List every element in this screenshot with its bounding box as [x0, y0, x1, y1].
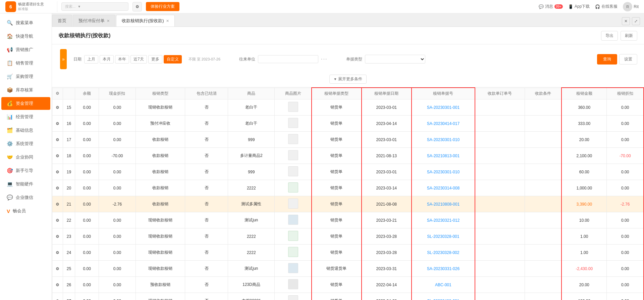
cash-discount-cell: 0.00 [99, 245, 136, 261]
th-nuclear-bill-date: 核销单据日期 [362, 88, 412, 99]
gear-cell[interactable]: ⚙ [52, 196, 63, 212]
sidebar-label-sales: 销售管理 [16, 60, 33, 66]
top-bar-right: 💬 消息 99+ 📱 App下载 🎧 在线客服 R Rit [539, 2, 639, 11]
product-cell: 老白干 [228, 116, 275, 132]
nuclear-bill-date-cell: 2023-03-01 [362, 164, 412, 180]
nuclear-bill-link[interactable]: SA-20230301-010 [427, 170, 460, 174]
refresh-button[interactable]: 刷新 [621, 31, 637, 41]
tab-home[interactable]: 首页 [52, 15, 72, 27]
collection-order-cell [475, 261, 525, 277]
export-button[interactable]: 导出 [601, 31, 618, 41]
gear-cell[interactable]: ⚙ [52, 148, 63, 164]
tab-prepay[interactable]: 预付冲应付单 ✕ [73, 15, 115, 27]
sidebar-item-purchase[interactable]: 🛒 采购管理 [1, 70, 50, 83]
nuclear-bill-link[interactable]: SA-20210813-001 [427, 154, 460, 158]
nuclear-bill-type-cell: 销货单 [312, 245, 362, 261]
sidebar-label-hardware: 智能硬件 [16, 181, 33, 187]
filter-row: » 日期 上月 本月 本年 近7天 更多 自定义 [59, 48, 637, 71]
nuclear-bill-link[interactable]: SA-20230314-008 [427, 186, 460, 190]
nuclear-bill-type-cell: 销货单 [312, 99, 362, 116]
gear-cell[interactable]: ⚙ [52, 132, 63, 148]
sidebar-item-nav[interactable]: 🏠 快捷导航 [1, 30, 50, 43]
date-btn-this-year[interactable]: 本年 [115, 55, 129, 63]
expand-conditions-btn[interactable]: ▼ 展开更多条件 [329, 75, 367, 84]
sidebar-item-vip[interactable]: V 畅会员 [1, 205, 50, 217]
sidebar-item-basic[interactable]: 🗂️ 基础信息 [1, 124, 50, 137]
messages-btn[interactable]: 💬 消息 99+ [539, 4, 563, 9]
online-service-btn[interactable]: 🎧 在线客服 [595, 4, 618, 9]
nuclear-bill-date-cell: 2023-04-14 [362, 116, 412, 132]
nuclear-bill-link[interactable]: SA-20230331-026 [427, 266, 460, 271]
sidebar-item-finance[interactable]: 💰 资金管理 [1, 97, 50, 110]
gear-cell[interactable]: ⚙ [52, 293, 63, 300]
tab-nuclear-close[interactable]: ✕ [166, 19, 169, 23]
product-image [288, 279, 298, 289]
date-btn-prev-month[interactable]: 上月 [84, 55, 98, 63]
product-cell: 123D商品 [228, 277, 275, 293]
nuclear-bill-link[interactable]: SA-20230321-012 [427, 218, 460, 223]
nuclear-bill-link[interactable]: SL-20230328-001 [427, 234, 459, 239]
avatar: R [623, 2, 632, 11]
nuclear-bill-link[interactable]: SA-20210808-001 [427, 202, 460, 207]
date-btn-more[interactable]: 更多 [148, 55, 162, 63]
nuclear-bill-link[interactable]: SL-20230328-002 [427, 250, 459, 255]
th-collection-order: 收款单订单号 [475, 88, 525, 99]
sidebar-item-cooperation[interactable]: 🤝 企业协同 [1, 151, 50, 164]
billtype-select[interactable] [365, 55, 425, 63]
gear-cell[interactable]: ⚙ [52, 228, 63, 245]
filter-settings-button[interactable]: 设置 [619, 54, 637, 65]
nuclear-bill-link[interactable]: SL-20230408-001 [427, 299, 459, 300]
top-search-box[interactable]: 搜索... ▼ [61, 2, 128, 11]
tab-close-btn[interactable]: ✕ [622, 17, 630, 25]
tab-nuclear[interactable]: 收款核销执行(按收款) ✕ [116, 15, 175, 27]
date-btn-custom[interactable]: 自定义 [164, 55, 182, 63]
sidebar-label-vip: 畅会员 [13, 208, 26, 214]
gear-cell[interactable]: ⚙ [52, 180, 63, 196]
sidebar-item-hardware[interactable]: 💻 智能硬件 [1, 178, 50, 190]
balance-cell: 0.00 [75, 148, 99, 164]
sidebar-item-search[interactable]: 🔍 搜索菜单 [1, 16, 50, 29]
gear-cell[interactable]: ⚙ [52, 116, 63, 132]
tab-expand-btn[interactable]: ⤢ [632, 17, 640, 25]
sidebar-item-marketing[interactable]: 📢 营销推广 [1, 43, 50, 56]
sidebar-item-guide[interactable]: 🎯 新手引导 [1, 164, 50, 177]
query-button[interactable]: 查询 [597, 54, 617, 65]
trial-button[interactable]: 体验行业方案 [146, 2, 179, 11]
date-btn-this-month[interactable]: 本月 [100, 55, 114, 63]
tab-prepay-close[interactable]: ✕ [107, 19, 110, 23]
product-cell: 2222 [228, 245, 275, 261]
settings-icon-btn[interactable]: ⚙ [132, 2, 142, 11]
gear-cell[interactable]: ⚙ [52, 245, 63, 261]
gear-cell[interactable]: ⚙ [52, 212, 63, 228]
nuclear-bill-link[interactable]: ABC-001 [435, 283, 451, 287]
gear-cell[interactable]: ⚙ [52, 99, 63, 116]
nuclear-bill-no-cell: SA-20230331-026 [412, 261, 475, 277]
date-btn-7days[interactable]: 近7天 [130, 55, 147, 63]
nuclear-amount-cell: -2,430.00 [561, 261, 607, 277]
collection-order-cell [475, 245, 525, 261]
collapse-btn[interactable]: » [60, 49, 67, 69]
nuclear-bill-link[interactable]: SA-20230301-010 [427, 137, 460, 142]
nuclear-bill-link[interactable]: SA-20230301-001 [427, 105, 460, 110]
included-settled-cell: 否 [185, 196, 228, 212]
sidebar-item-system[interactable]: ⚙️ 系统管理 [1, 137, 50, 150]
user-area[interactable]: R Rit [623, 2, 639, 11]
sidebar-item-inventory[interactable]: 📦 库存核算 [1, 84, 50, 96]
billtype-label: 单据类型 [346, 56, 362, 62]
sidebar-item-mgmt[interactable]: 📊 经营管理 [1, 111, 50, 123]
nuclear-bill-no-cell: SL-20230408-001 [412, 293, 475, 300]
nuclear-bill-link[interactable]: SA-20230414-017 [427, 121, 460, 126]
gear-cell[interactable]: ⚙ [52, 261, 63, 277]
product-image [288, 118, 298, 128]
th-product-image: 商品图片 [275, 88, 312, 99]
gear-cell[interactable]: ⚙ [52, 277, 63, 293]
hardware-icon: 💻 [7, 181, 13, 187]
app-download-label: App下载 [575, 4, 590, 9]
supplier-input[interactable] [258, 55, 318, 63]
sidebar-item-wechat[interactable]: 💬 企业微信 [1, 191, 50, 204]
product-image [288, 102, 298, 112]
app-download-btn[interactable]: 📱 App下载 [568, 4, 590, 9]
product-image-cell [275, 148, 312, 164]
sidebar-item-sales[interactable]: 📋 销售管理 [1, 57, 50, 70]
gear-cell[interactable]: ⚙ [52, 164, 63, 180]
